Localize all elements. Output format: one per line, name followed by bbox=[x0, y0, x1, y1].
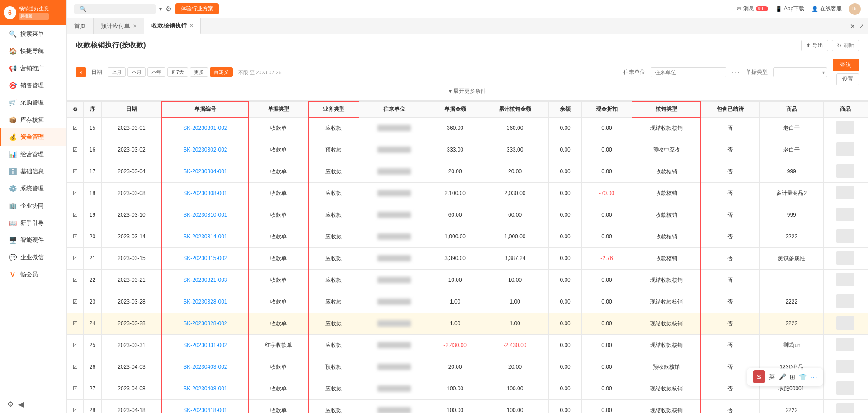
voucher-type-select[interactable] bbox=[773, 67, 827, 77]
tab-close-all-icon[interactable]: ✕ bbox=[850, 23, 855, 30]
cell-voucher-no-3: SK-20230308-001 bbox=[162, 182, 249, 204]
cell-settings-3[interactable]: ☑ bbox=[67, 182, 84, 204]
voucher-no-link-4[interactable]: SK-20230310-001 bbox=[183, 212, 227, 218]
cell-settings-9[interactable]: ☑ bbox=[67, 313, 84, 334]
cell-accum-amount-12: 100.00 bbox=[481, 378, 549, 399]
cell-include-settled-0: 否 bbox=[700, 117, 760, 139]
watermark-more-icon[interactable]: ⋯ bbox=[810, 373, 817, 381]
message-badge-item[interactable]: ✉ 消息 99+ bbox=[737, 5, 768, 13]
tab-collection-exec-close-icon[interactable]: ✕ bbox=[189, 23, 193, 28]
sidebar-item-operations[interactable]: 📊 经营管理 bbox=[0, 146, 66, 163]
filter-expand-button[interactable]: » bbox=[76, 67, 86, 77]
sidebar-item-search-menu[interactable]: 🔍 搜索菜单 bbox=[0, 25, 66, 43]
avatar[interactable]: Rit bbox=[849, 3, 861, 15]
voucher-no-link-0[interactable]: SK-20230301-002 bbox=[183, 125, 227, 131]
cell-serial-4: 19 bbox=[84, 204, 102, 226]
sidebar-item-label: 快捷导航 bbox=[20, 47, 44, 55]
cell-accum-amount-8: 1.00 bbox=[481, 291, 549, 313]
online-service-item[interactable]: 👤 在线客服 bbox=[811, 5, 842, 13]
cell-balance-9: 0.00 bbox=[549, 313, 581, 334]
cell-write-off-type-8: 现结收款核销 bbox=[632, 291, 700, 313]
navbar-left: 🔍 ▾ ⚙ 体验行业方案 bbox=[74, 3, 731, 14]
expand-more-button[interactable]: ▾ 展开更多条件 bbox=[449, 87, 486, 95]
cell-settings-0[interactable]: ☑ bbox=[67, 117, 84, 139]
tab-home[interactable]: 首页 bbox=[67, 18, 94, 34]
tab-pre-payment[interactable]: 预计应付单 ✕ bbox=[94, 18, 144, 34]
sidebar-item-hardware[interactable]: 🖥️ 智能硬件 bbox=[0, 232, 66, 249]
cell-partner-11 bbox=[359, 356, 429, 378]
voucher-no-link-2[interactable]: SK-20230304-001 bbox=[183, 168, 227, 175]
partner-filter-input[interactable] bbox=[651, 67, 726, 77]
voucher-no-link-10[interactable]: SK-20230331-002 bbox=[183, 342, 227, 348]
cell-voucher-no-4: SK-20230310-001 bbox=[162, 204, 249, 226]
date-filter-label: 日期 bbox=[91, 68, 102, 76]
tab-pre-payment-close-icon[interactable]: ✕ bbox=[133, 24, 137, 28]
navbar-search-box[interactable]: 🔍 bbox=[74, 4, 156, 14]
cell-settings-1[interactable]: ☑ bbox=[67, 139, 84, 161]
export-button[interactable]: ⬆ 导出 bbox=[801, 40, 828, 51]
settings-icon[interactable]: ⚙ bbox=[7, 400, 14, 408]
sidebar-item-purchase[interactable]: 🛒 采购管理 bbox=[0, 94, 66, 111]
filter-last-month-btn[interactable]: 上月 bbox=[108, 67, 126, 77]
cell-settings-10[interactable]: ☑ bbox=[67, 334, 84, 356]
cell-accum-amount-1: 333.00 bbox=[481, 139, 549, 161]
voucher-no-link-13[interactable]: SK-20230418-001 bbox=[183, 407, 227, 413]
app-download-item[interactable]: 📱 App下载 bbox=[775, 5, 804, 13]
sidebar-item-sales[interactable]: 🎯 销售管理 bbox=[0, 77, 66, 94]
watermark-grid-icon[interactable]: ⊞ bbox=[790, 373, 795, 380]
sidebar-item-vip[interactable]: V 畅会员 bbox=[0, 266, 66, 283]
cell-biz-type-2: 应收款 bbox=[308, 161, 359, 182]
cell-settings-6[interactable]: ☑ bbox=[67, 247, 84, 269]
filter-this-year-btn[interactable]: 本年 bbox=[147, 67, 165, 77]
cell-settings-13[interactable]: ☑ bbox=[67, 399, 84, 413]
watermark-shirt-icon[interactable]: 👕 bbox=[799, 373, 807, 380]
sidebar-item-wechat[interactable]: 💬 企业微信 bbox=[0, 249, 66, 266]
sidebar-item-enterprise[interactable]: 🏢 企业协同 bbox=[0, 197, 66, 214]
filter-more-row: ▾ 展开更多条件 bbox=[76, 85, 859, 97]
sidebar-item-quick-nav[interactable]: 🏠 快捷导航 bbox=[0, 43, 66, 60]
query-button[interactable]: 查询 bbox=[833, 59, 859, 71]
voucher-no-link-5[interactable]: SK-20230314-001 bbox=[183, 233, 227, 240]
sidebar-item-inventory[interactable]: 📦 库存核算 bbox=[0, 111, 66, 128]
sidebar-item-fund[interactable]: 💰 资金管理 bbox=[0, 128, 66, 146]
cell-settings-5[interactable]: ☑ bbox=[67, 226, 84, 247]
th-balance: 余额 bbox=[549, 101, 581, 117]
tab-expand-icon[interactable]: ⤢ bbox=[859, 23, 864, 30]
th-settings[interactable]: ⚙ bbox=[67, 101, 84, 117]
filter-more-btn[interactable]: 更多 bbox=[190, 67, 208, 77]
refresh-button[interactable]: ↻ 刷新 bbox=[832, 40, 859, 51]
navbar-dropdown[interactable]: ▾ bbox=[159, 6, 162, 12]
voucher-no-link-7[interactable]: SK-20230321-003 bbox=[183, 277, 227, 283]
cell-partner-3 bbox=[359, 182, 429, 204]
voucher-no-link-9[interactable]: SK-20230328-002 bbox=[183, 320, 227, 327]
cell-cash-discount-7: 0.00 bbox=[581, 269, 632, 291]
watermark-mic-icon[interactable]: 🎤 bbox=[778, 373, 786, 380]
sidebar-item-sys-mgmt[interactable]: ⚙️ 系统管理 bbox=[0, 180, 66, 197]
gear-icon[interactable]: ⚙ bbox=[165, 5, 172, 13]
filter-this-month-btn[interactable]: 本月 bbox=[127, 67, 146, 77]
cell-voucher-no-13: SK-20230418-001 bbox=[162, 399, 249, 413]
voucher-no-link-3[interactable]: SK-20230308-001 bbox=[183, 190, 227, 196]
cell-settings-2[interactable]: ☑ bbox=[67, 161, 84, 182]
cell-settings-4[interactable]: ☑ bbox=[67, 204, 84, 226]
tab-collection-exec[interactable]: 收款核销执行 ✕ bbox=[144, 18, 201, 34]
voucher-no-link-8[interactable]: SK-20230328-001 bbox=[183, 299, 227, 305]
sidebar-item-guide[interactable]: 📖 新手引导 bbox=[0, 214, 66, 232]
voucher-no-link-12[interactable]: SK-20230408-001 bbox=[183, 385, 227, 392]
sidebar-item-marketing[interactable]: 📢 营销推广 bbox=[0, 60, 66, 77]
cell-include-settled-13: 否 bbox=[700, 399, 760, 413]
filter-settings-button[interactable]: 设置 bbox=[836, 73, 859, 85]
filter-custom-btn[interactable]: 自定义 bbox=[210, 67, 233, 77]
voucher-no-link-1[interactable]: SK-20230302-002 bbox=[183, 147, 227, 153]
sidebar-item-basic-info[interactable]: ℹ️ 基础信息 bbox=[0, 163, 66, 180]
cell-settings-12[interactable]: ☑ bbox=[67, 378, 84, 399]
sidebar: 6 畅销道好生意 标推版 🔍 搜索菜单 🏠 快捷导航 📢 营销推广 🎯 销售管理… bbox=[0, 0, 67, 413]
voucher-no-link-6[interactable]: SK-20230315-002 bbox=[183, 255, 227, 261]
cell-settings-7[interactable]: ☑ bbox=[67, 269, 84, 291]
cell-settings-8[interactable]: ☑ bbox=[67, 291, 84, 313]
filter-7days-btn[interactable]: 近7天 bbox=[167, 67, 188, 77]
voucher-no-link-11[interactable]: SK-20230403-002 bbox=[183, 364, 227, 370]
cell-settings-11[interactable]: ☑ bbox=[67, 356, 84, 378]
collapse-icon[interactable]: ◀ bbox=[18, 400, 24, 408]
solution-button[interactable]: 体验行业方案 bbox=[175, 3, 219, 14]
